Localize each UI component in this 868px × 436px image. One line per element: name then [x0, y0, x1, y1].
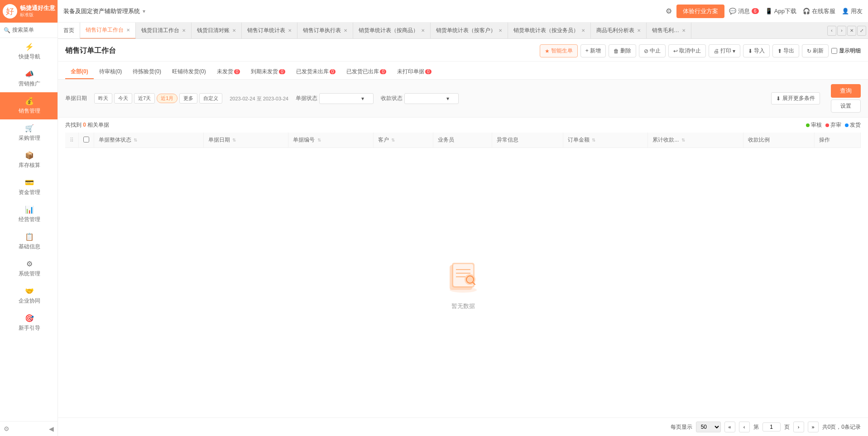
subtab-shipped-out[interactable]: 已发货已出库0	[341, 65, 392, 79]
approve-btn[interactable]: 审核	[806, 121, 822, 129]
col-date[interactable]: 单据日期 ⇅	[203, 133, 288, 148]
sidebar-collapse-btn[interactable]: ◀	[49, 425, 54, 432]
topbar-settings-btn[interactable]: ⚙	[666, 7, 672, 15]
sidebar-item-base[interactable]: 📋 基础信息	[0, 228, 58, 255]
receipt-select[interactable]: ▾	[404, 93, 459, 104]
subtab-not-shipped[interactable]: 未发货0	[211, 65, 246, 79]
subtab-all[interactable]: 全部(0)	[65, 65, 94, 79]
date-buttons: 昨天 今天 近7天 近1月 更多 自定义	[94, 93, 222, 104]
delete-btn[interactable]: 🗑 删除	[609, 44, 636, 57]
col-salesman[interactable]: 业务员	[433, 133, 492, 148]
col-amount[interactable]: 订单金额 ⇅	[563, 133, 648, 148]
sidebar-item-quick[interactable]: ⚡ 快捷导航	[0, 38, 58, 65]
print-btn[interactable]: 🖨 打印 ▾	[709, 44, 740, 57]
tab-close-icon[interactable]: ✕	[421, 28, 425, 33]
date-btn-1month[interactable]: 近1月	[157, 94, 177, 103]
sidebar-item-finance[interactable]: 💳 资金管理	[0, 174, 58, 201]
tab-close-icon[interactable]: ✕	[232, 28, 236, 33]
tab-close-all-btn[interactable]: ✕	[847, 26, 856, 36]
tab-margin-analysis[interactable]: 商品毛利分析表 ✕	[591, 23, 647, 39]
subtab-not-printed[interactable]: 未打印单据0	[392, 65, 437, 79]
last-page-btn[interactable]: »	[808, 422, 819, 432]
online-service-btn[interactable]: 🎧 在线客服	[803, 7, 835, 15]
show-detail-checkbox-label[interactable]: 显示明细	[831, 47, 861, 55]
tabbar: 首页 销售订单工作台 ✕ 钱货日清工作台 ✕ 钱货日清对账 ✕ 销售订单统计表 …	[58, 23, 868, 39]
subtab-shipped-not-out[interactable]: 已发货未出库0	[291, 65, 341, 79]
col-receipt[interactable]: 累计收款... ⇅	[648, 133, 743, 148]
system-chevron-icon[interactable]: ▾	[143, 8, 145, 14]
stop-btn[interactable]: ⊘ 中止	[639, 44, 666, 57]
date-btn-yesterday[interactable]: 昨天	[94, 93, 112, 104]
sidebar-item-marketing[interactable]: 📣 营销推广	[0, 65, 58, 92]
tab-close-icon[interactable]: ✕	[344, 28, 347, 33]
ship-btn[interactable]: 发货	[845, 121, 861, 129]
tab-expand-btn[interactable]: ⤢	[857, 26, 866, 36]
subtab-wangpu[interactable]: 旺铺待发货(0)	[167, 65, 211, 79]
tab-customer-stat[interactable]: 销货单统计表（按客户） ✕	[431, 23, 508, 39]
subtab-pending-pick[interactable]: 待拣验货(0)	[127, 65, 167, 79]
cancel-stop-btn[interactable]: ↩ 取消中止	[668, 44, 706, 57]
col-number[interactable]: 单据编号 ⇅	[288, 133, 373, 148]
tab-close-icon[interactable]: ✕	[288, 28, 292, 33]
app-download-btn[interactable]: 📱 App下载	[765, 7, 796, 15]
sidebar-settings-btn[interactable]: ⚙	[4, 425, 10, 432]
sidebar-item-search[interactable]: 🔍 搜索菜单	[0, 23, 58, 38]
tab-goods-stat[interactable]: 销货单统计表（按商品） ✕	[353, 23, 431, 39]
tab-sales-order[interactable]: 销售订单工作台 ✕	[80, 23, 136, 39]
page-size-select[interactable]: 50 20 100	[696, 422, 721, 432]
expand-filter-btn[interactable]: ⬇ 展开更多条件	[771, 92, 820, 104]
empty-text: 暂无数据	[451, 302, 475, 310]
tab-close-icon[interactable]: ✕	[682, 28, 686, 33]
industry-btn[interactable]: 体验行业方案	[676, 5, 724, 18]
set-btn[interactable]: 设置	[831, 100, 861, 113]
tab-sales-exec[interactable]: 销售订单执行表 ✕	[297, 23, 353, 39]
unapprove-btn[interactable]: 弃审	[825, 121, 841, 129]
tab-close-icon[interactable]: ✕	[637, 28, 641, 33]
page-input[interactable]	[762, 422, 781, 431]
first-page-btn[interactable]: «	[724, 422, 735, 432]
tab-cash-clear[interactable]: 钱货日清工作台 ✕	[136, 23, 192, 39]
query-btn[interactable]: 查询	[831, 84, 861, 98]
sidebar-item-system[interactable]: ⚙ 系统管理	[0, 255, 58, 282]
tab-sales-margin[interactable]: 销售毛利… ✕	[647, 23, 691, 39]
ai-gen-btn[interactable]: ★ 智能生单	[540, 44, 578, 57]
export-btn[interactable]: ⬆ 导出	[772, 44, 799, 57]
checkbox-col[interactable]	[79, 133, 94, 148]
unapprove-label: 弃审	[830, 121, 841, 129]
show-detail-checkbox[interactable]	[831, 48, 837, 54]
sidebar-item-operation[interactable]: 📊 经营管理	[0, 201, 58, 228]
tab-sales-stat[interactable]: 销售订单统计表 ✕	[242, 23, 297, 39]
approve-label: 审核	[811, 121, 822, 129]
sidebar-item-guide[interactable]: 🎯 新手引导	[0, 309, 58, 336]
tab-prev-btn[interactable]: ‹	[827, 26, 836, 36]
date-btn-custom[interactable]: 自定义	[199, 93, 222, 104]
select-all-checkbox[interactable]	[83, 137, 89, 142]
subtab-pending-review[interactable]: 待审核(0)	[94, 65, 128, 79]
refresh-btn[interactable]: ↻ 刷新	[802, 44, 829, 57]
tab-close-icon[interactable]: ✕	[499, 28, 502, 33]
tab-close-icon[interactable]: ✕	[581, 28, 585, 33]
next-page-btn[interactable]: ›	[793, 422, 804, 432]
tab-close-icon[interactable]: ✕	[182, 28, 186, 33]
sidebar-item-collab[interactable]: 🤝 企业协同	[0, 282, 58, 309]
tab-close-icon[interactable]: ✕	[126, 28, 130, 33]
user-menu-btn[interactable]: 👤 用友	[842, 7, 863, 15]
status-select[interactable]: ▾	[319, 93, 374, 104]
col-customer[interactable]: 客户 ⇅	[373, 133, 433, 148]
message-btn[interactable]: 💬 消息 6	[729, 7, 759, 15]
date-btn-7days[interactable]: 近7天	[134, 93, 155, 104]
import-btn[interactable]: ⬇ 导入	[743, 44, 770, 57]
col-status[interactable]: 单据整体状态 ⇅	[94, 133, 204, 148]
sidebar-item-sales[interactable]: 💰 销售管理	[0, 92, 58, 119]
sidebar-item-inventory[interactable]: 📦 库存核算	[0, 147, 58, 174]
sidebar-item-purchase[interactable]: 🛒 采购管理	[0, 119, 58, 147]
prev-page-btn[interactable]: ‹	[739, 422, 750, 432]
add-btn[interactable]: + 新增	[580, 44, 606, 57]
tab-home[interactable]: 首页	[58, 23, 80, 39]
tab-cash-reconcile[interactable]: 钱货日清对账 ✕	[192, 23, 242, 39]
date-btn-more[interactable]: 更多	[179, 93, 197, 104]
tab-next-btn[interactable]: ›	[837, 26, 846, 36]
subtab-expired-ship[interactable]: 到期未发货0	[245, 65, 291, 79]
tab-salesman-stat[interactable]: 销货单统计表（按业务员） ✕	[508, 23, 591, 39]
date-btn-today[interactable]: 今天	[114, 93, 132, 104]
